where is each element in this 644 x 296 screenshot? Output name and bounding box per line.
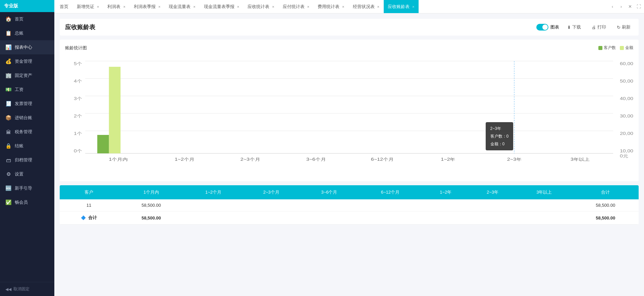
tab-profit-close[interactable]: ×: [123, 5, 125, 9]
total-m1-2: [184, 211, 243, 225]
sidebar-item-assets[interactable]: 🏢 固定资产: [0, 68, 54, 83]
chart-toggle-label: 图表: [550, 24, 559, 30]
tab-fullscreen-button[interactable]: ⛶: [635, 3, 643, 11]
sidebar-item-ledger[interactable]: 📋 总账: [0, 26, 54, 40]
cell-y1-2: [422, 199, 469, 211]
sidebar-item-guide[interactable]: 🆕 新手引导: [0, 181, 54, 195]
sidebar-item-reports[interactable]: 📊 报表中心: [0, 40, 54, 54]
toggle-track[interactable]: [536, 24, 548, 31]
cell-m1-2: [184, 199, 243, 211]
svg-text:2~3年: 2~3年: [507, 157, 522, 162]
total-m6-12: [358, 211, 422, 225]
inventory-icon: 📦: [5, 115, 11, 121]
tab-voucher-close[interactable]: ×: [97, 5, 99, 9]
chart-toggle[interactable]: 图表: [536, 24, 559, 31]
tab-payable-stat[interactable]: 应付统计表 ×: [279, 0, 314, 13]
svg-text:50,000.00元: 50,000.00元: [620, 79, 633, 84]
tab-close-all-button[interactable]: ✕: [626, 3, 634, 11]
svg-text:5个: 5个: [74, 61, 82, 66]
main-area: 首页 新增凭证 × 利润表 × 利润表季报 × 现金流量表 × 现金流量表季报 …: [54, 0, 644, 296]
sidebar-label-payroll: 工资: [15, 87, 23, 93]
bar-customer-0: [97, 135, 109, 153]
tab-payable-stat-label: 应付统计表: [283, 4, 305, 10]
home-icon: 🏠: [5, 16, 11, 22]
tab-bar: 首页 新增凭证 × 利润表 × 利润表季报 × 现金流量表 × 现金流量表季报 …: [54, 0, 644, 13]
sidebar-label-funds: 资金管理: [15, 58, 32, 64]
sidebar-item-payroll[interactable]: 💵 工资: [0, 83, 54, 97]
sidebar-item-home[interactable]: 🏠 首页: [0, 12, 54, 26]
tab-payable-stat-close[interactable]: ×: [307, 5, 309, 9]
sidebar-label-assets: 固定资产: [15, 72, 32, 79]
tab-cashflow-q-close[interactable]: ×: [237, 5, 239, 9]
tab-operation-label: 经营状况表: [353, 4, 375, 10]
print-button[interactable]: 🖨 打印: [589, 23, 609, 32]
legend-customer-label: 客户数: [604, 45, 616, 51]
col-m1-2: 1~2个月: [184, 185, 243, 199]
svg-text:2个: 2个: [74, 114, 82, 118]
archive-icon: 🗃: [5, 157, 11, 163]
tab-expense-stat-close[interactable]: ×: [342, 5, 344, 9]
tab-voucher[interactable]: 新增凭证 ×: [73, 0, 103, 13]
total-m1: 58,500.00: [118, 211, 184, 225]
tab-operation-close[interactable]: ×: [377, 5, 379, 9]
download-label: 下载: [572, 24, 581, 30]
tab-home-label: 首页: [60, 4, 68, 10]
tab-cashflow-close[interactable]: ×: [193, 5, 195, 9]
funds-icon: 💰: [5, 58, 11, 64]
legend-amount: 金额: [620, 45, 633, 51]
sidebar-item-tax[interactable]: 🏛 税务管理: [0, 125, 54, 139]
invoice-icon: 🧾: [5, 101, 11, 107]
app-logo: 专业版: [0, 0, 54, 12]
total-m2-3: [242, 211, 300, 225]
tab-aging-close[interactable]: ×: [412, 5, 414, 9]
sidebar-label-inventory: 进销台账: [15, 115, 32, 121]
tab-next-button[interactable]: ›: [617, 3, 625, 11]
settings-icon: ⚙: [5, 171, 11, 177]
sidebar-item-settings[interactable]: ⚙ 设置: [0, 167, 54, 181]
svg-text:3个: 3个: [74, 96, 82, 101]
refresh-button[interactable]: ↻ 刷新: [614, 23, 633, 32]
tab-receivable-stat[interactable]: 应收统计表 ×: [244, 0, 278, 13]
chart-svg: 5个 4个 3个 2个 1个 0个 60,000.00元 50,000.00元 …: [65, 55, 633, 176]
tab-receivable-stat-close[interactable]: ×: [272, 5, 274, 9]
sidebar-item-inventory[interactable]: 📦 进销台账: [0, 111, 54, 125]
tab-cashflow-q-label: 现金流量表季报: [204, 4, 234, 10]
sidebar-item-invoice[interactable]: 🧾 发票管理: [0, 97, 54, 111]
total-y1-2: [422, 211, 469, 225]
sidebar-footer-collapse[interactable]: ◀◀ 取消固定: [0, 282, 54, 296]
tab-profit-q[interactable]: 利润表季报 ×: [130, 0, 165, 13]
tab-voucher-label: 新增凭证: [77, 4, 94, 10]
total-total: 58,500.00: [572, 211, 639, 225]
svg-text:20,000.00元: 20,000.00元: [620, 131, 633, 136]
svg-text:30,000.00元: 30,000.00元: [620, 114, 633, 118]
total-y3plus: [516, 211, 572, 225]
svg-text:6~12个月: 6~12个月: [371, 157, 394, 162]
page-content: 应收账龄表 图表 ⬇ 下载 🖨 打印 ↻ 刷新: [54, 13, 644, 296]
page-title: 应收账龄表: [65, 23, 95, 31]
svg-text:2~3个月: 2~3个月: [240, 157, 260, 162]
tab-aging[interactable]: 应收账龄表 ×: [384, 0, 419, 13]
print-icon: 🖨: [592, 25, 596, 30]
sidebar: 专业版 🏠 首页 📋 总账 📊 报表中心 💰 资金管理 🏢 固定资产 💵 工资 …: [0, 0, 54, 296]
tab-cashflow-q[interactable]: 现金流量表季报 ×: [200, 0, 244, 13]
tab-prev-button[interactable]: ‹: [608, 3, 616, 11]
tab-cashflow[interactable]: 现金流量表 ×: [165, 0, 200, 13]
tab-home[interactable]: 首页: [56, 0, 73, 13]
tab-profit-q-close[interactable]: ×: [158, 5, 160, 9]
chart-card: 账龄统计图 客户数 金额 5个 4个 3个 2个: [60, 40, 639, 181]
tab-expense-stat[interactable]: 费用统计表 ×: [314, 0, 348, 13]
sidebar-label-member: 畅会员: [15, 199, 28, 205]
svg-text:3~6个月: 3~6个月: [306, 157, 326, 162]
sidebar-label-guide: 新手引导: [15, 185, 32, 191]
download-button[interactable]: ⬇ 下载: [565, 23, 584, 32]
sidebar-item-member[interactable]: ✅ 畅会员: [0, 195, 54, 209]
sidebar-item-funds[interactable]: 💰 资金管理: [0, 54, 54, 68]
sidebar-item-close[interactable]: 🔒 结账: [0, 139, 54, 153]
tab-operation[interactable]: 经营状况表 ×: [349, 0, 384, 13]
sidebar-item-archive[interactable]: 🗃 归档管理: [0, 153, 54, 167]
bar-amount-0: [109, 67, 121, 153]
tax-icon: 🏛: [5, 129, 11, 135]
cell-total: 58,500.00: [572, 199, 639, 211]
collapse-label: 取消固定: [13, 286, 30, 292]
tab-profit[interactable]: 利润表 ×: [103, 0, 129, 13]
